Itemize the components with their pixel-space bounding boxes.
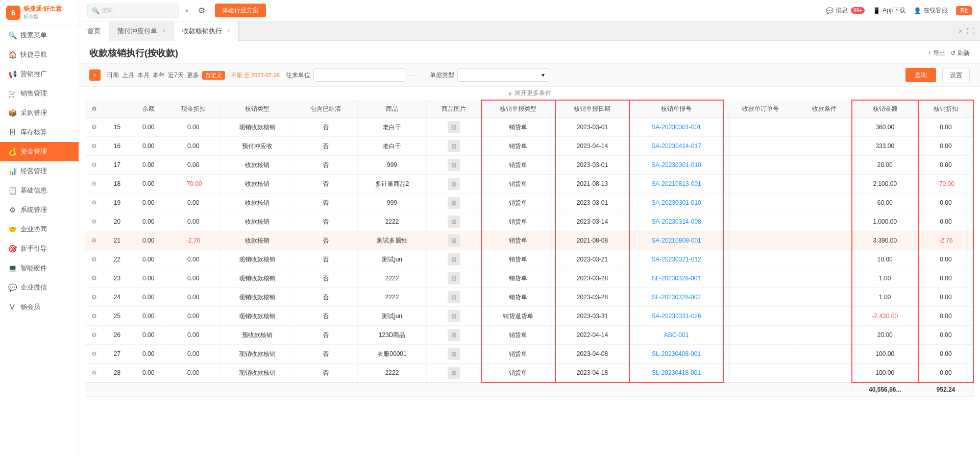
sidebar-label-basic: 基础信息 <box>20 186 47 195</box>
row-goods-image-20: 🖼 <box>427 212 481 231</box>
sidebar-item-system[interactable]: ⚙系统管理 <box>0 200 79 220</box>
date-last-month[interactable]: 上月 <box>122 71 134 80</box>
sidebar-item-enterprise[interactable]: 🤝企业协同 <box>0 220 79 239</box>
solution-button[interactable]: 体验行业方案 <box>215 4 266 17</box>
row-bill-report-type-24: 销货单 <box>481 288 555 307</box>
dropdown-arrow-icon[interactable]: ▾ <box>185 7 188 14</box>
row-writeoff-discount-28: 0.00 <box>918 364 973 383</box>
export-button[interactable]: ↑ 导出 <box>928 49 945 58</box>
row-balance-16: 0.00 <box>131 137 166 156</box>
row-gear-17[interactable]: ⚙ <box>85 156 104 175</box>
sidebar-item-hardware[interactable]: 💻智能硬件 <box>0 258 79 278</box>
bill-type-select[interactable]: ▾ <box>457 68 549 82</box>
row-seq-15: 15 <box>104 118 131 137</box>
col-goods: 商品 <box>357 100 426 118</box>
bill-type-label: 单据类型 <box>430 71 454 80</box>
row-gear-24[interactable]: ⚙ <box>85 288 104 307</box>
row-bill-report-date-22: 2023-03-21 <box>555 250 629 269</box>
date-more[interactable]: 更多 <box>187 71 199 80</box>
sidebar-item-search[interactable]: 🔍搜索菜单 <box>0 26 79 45</box>
sidebar-item-inventory[interactable]: 🗄库存核算 <box>0 123 79 142</box>
row-gear-28[interactable]: ⚙ <box>85 364 104 383</box>
query-button[interactable]: 查询 <box>905 68 936 82</box>
row-gear-22[interactable]: ⚙ <box>85 250 104 269</box>
row-goods-image-19: 🖼 <box>427 194 481 212</box>
sidebar-item-finance[interactable]: 💰资金管理 <box>0 142 79 161</box>
sidebar-item-basic[interactable]: 📋基础信息 <box>0 181 79 200</box>
row-gear-15[interactable]: ⚙ <box>85 118 104 137</box>
sidebar-item-marketing[interactable]: 📢营销推广 <box>0 64 79 84</box>
row-gear-19[interactable]: ⚙ <box>85 194 104 212</box>
row-goods-image-18: 🖼 <box>427 175 481 194</box>
row-gear-18[interactable]: ⚙ <box>85 175 104 194</box>
row-writeoff-amount-18: 2,100.00 <box>852 175 918 194</box>
sidebar-label-enterprise: 企业协同 <box>20 225 47 234</box>
row-bill-report-type-16: 销货单 <box>481 137 555 156</box>
row-gear-16[interactable]: ⚙ <box>85 137 104 156</box>
col-settings[interactable]: ⚙ <box>85 100 104 118</box>
row-goods-image-28: 🖼 <box>427 364 481 383</box>
row-gear-20[interactable]: ⚙ <box>85 212 104 231</box>
col-receipt-order: 收款单订单号 <box>723 100 797 118</box>
sidebar-item-operations[interactable]: 📊经营管理 <box>0 161 79 181</box>
data-table: ⚙ 余额 现金折扣 核销类型 包含已结清 商品 商品图片 核销单报类型 核销单报… <box>85 100 974 397</box>
row-receipt-condition-23 <box>797 269 851 288</box>
row-goods-image-27: 🖼 <box>427 345 481 364</box>
row-cash-discount-28: 0.00 <box>166 364 220 383</box>
row-bill-report-type-17: 销货单 <box>481 156 555 175</box>
row-writeoff-amount-15: 360.00 <box>852 118 918 137</box>
sidebar-item-guide[interactable]: 🎯新手引导 <box>0 239 79 258</box>
tab-expand-icon[interactable]: ⛶ <box>967 27 974 35</box>
row-bill-report-type-27: 销货单 <box>481 345 555 364</box>
filter-toggle-button[interactable]: » <box>89 69 101 81</box>
sidebar-item-member[interactable]: V畅会员 <box>0 297 79 317</box>
tab-home[interactable]: 首页 <box>79 21 109 41</box>
tab-close-writeoff[interactable]: × <box>227 28 230 34</box>
sidebar-label-guide: 新手引导 <box>20 244 47 253</box>
filter-bar: » 日期 上月 本月 本年 近7天 更多 自定义 不限 至 2023-07-26… <box>79 63 980 87</box>
row-gear-26[interactable]: ⚙ <box>85 326 104 345</box>
row-gear-21[interactable]: ⚙ <box>85 231 104 250</box>
tab-writeoff[interactable]: 收款核销执行 × <box>174 21 239 41</box>
online-service-btn[interactable]: 👤 在线客服 <box>914 6 948 15</box>
row-bill-report-type-26: 销货单 <box>481 326 555 345</box>
page-title: 收款核销执行(按收款) <box>89 47 178 59</box>
row-goods-22: 测试jun <box>357 250 426 269</box>
guide-icon: 🎯 <box>8 245 16 253</box>
user-avatar[interactable]: Rit <box>956 6 972 15</box>
table-container[interactable]: ⚙ 余额 现金折扣 核销类型 包含已结清 商品 商品图片 核销单报类型 核销单报… <box>79 100 980 456</box>
app-download-btn[interactable]: 📱 App下载 <box>873 6 905 15</box>
date-custom-button[interactable]: 自定义 <box>202 71 225 80</box>
col-include-settled: 包含已结清 <box>293 100 357 118</box>
row-gear-27[interactable]: ⚙ <box>85 345 104 364</box>
notifications-btn[interactable]: 💬 消息 99+ <box>826 6 865 15</box>
expand-chevron-icon: ∨ <box>508 90 512 97</box>
expand-more-button[interactable]: ∨ 展开更多条件 <box>508 89 551 98</box>
basic-icon: 📋 <box>8 186 16 195</box>
row-cash-discount-19: 0.00 <box>166 194 220 212</box>
refresh-button[interactable]: ↺ 刷新 <box>950 49 970 58</box>
row-receipt-condition-15 <box>797 118 851 137</box>
tab-close-all-icon[interactable]: × <box>959 27 963 35</box>
topbar-search[interactable]: 🔍 搜索... <box>87 4 179 18</box>
tab-prepay[interactable]: 预付冲应付单 × <box>109 21 174 41</box>
date-7-days[interactable]: 近7天 <box>168 71 184 80</box>
tab-close-prepay[interactable]: × <box>162 28 165 34</box>
settings-icon[interactable]: ⚙ <box>194 4 209 18</box>
row-gear-23[interactable]: ⚙ <box>85 269 104 288</box>
sidebar-item-quicknav[interactable]: 🏠快捷导航 <box>0 45 79 64</box>
row-seq-20: 20 <box>104 212 131 231</box>
row-seq-25: 25 <box>104 307 131 326</box>
sidebar-item-purchase[interactable]: 📦采购管理 <box>0 103 79 123</box>
settings-button[interactable]: 设置 <box>942 68 970 82</box>
sidebar-item-sales[interactable]: 🛒销售管理 <box>0 84 79 103</box>
date-this-year[interactable]: 本年 <box>153 71 165 80</box>
table-row: ⚙ 28 0.00 0.00 现销收款核销 否 2222 🖼 销货单 2023-… <box>85 364 973 383</box>
row-bill-report-type-15: 销货单 <box>481 118 555 137</box>
partner-input[interactable] <box>313 68 405 82</box>
sidebar-item-wechat[interactable]: 💬企业微信 <box>0 278 79 297</box>
row-gear-25[interactable]: ⚙ <box>85 307 104 326</box>
col-writeoff-amount: 核销金额 <box>852 100 918 118</box>
date-this-month[interactable]: 本月 <box>137 71 150 80</box>
row-writeoff-type-20: 收款核销 <box>220 212 293 231</box>
